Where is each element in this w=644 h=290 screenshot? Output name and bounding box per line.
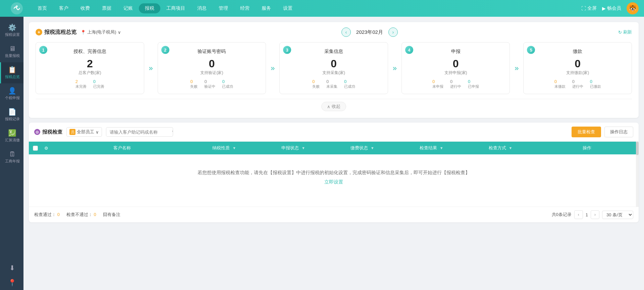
- search-input[interactable]: [106, 128, 169, 136]
- tax-record-icon: 📄: [8, 108, 16, 115]
- fullscreen-btn[interactable]: ⛶ 全屏: [581, 5, 597, 11]
- collapse-bar: ∧ 收起: [36, 99, 632, 111]
- scrollbar-thumb[interactable]: [636, 142, 639, 155]
- batch-tax-icon: 🖥: [9, 45, 16, 52]
- refresh-icon: ↻: [618, 30, 622, 35]
- step-4-fail[interactable]: 0 未申报: [432, 79, 443, 89]
- step-2-fail-label: 失败: [190, 84, 198, 89]
- content-area: + 报税流程总览 📍 上海(电子税局) ∨ ‹ 2023年02月 › ↻ 刷新: [23, 17, 644, 290]
- sidebar-label-batch-tax: 批量报税: [5, 53, 20, 58]
- step-3-fail[interactable]: 0 失败: [312, 79, 320, 89]
- overview-icon: 📋: [8, 66, 16, 73]
- step-2-success[interactable]: 0 已成功: [222, 79, 233, 89]
- pass-value[interactable]: 0: [57, 212, 60, 217]
- step-4-success[interactable]: 0 已申报: [468, 79, 479, 89]
- per-page-select[interactable]: 30 条/页50 条/页100 条/页: [602, 211, 633, 219]
- step-1-subtitle: 总客户数(家): [41, 70, 139, 76]
- step-1-fail-label: 未完善: [75, 84, 87, 89]
- nav-tax[interactable]: 报税: [139, 3, 160, 13]
- nav-invoice[interactable]: 票据: [96, 3, 117, 13]
- table-footer: 检查通过： 0 检查不通过： 0 囧有备注 共0条记录 ‹ 1 › 30 条/页…: [29, 207, 639, 222]
- employee-label: 全部员工: [77, 129, 94, 135]
- th-settings[interactable]: ⚙: [42, 142, 54, 154]
- nav-service[interactable]: 服务: [256, 3, 277, 13]
- prev-month-btn[interactable]: ‹: [341, 27, 351, 37]
- step-1-success[interactable]: 0 已完善: [93, 79, 104, 89]
- fail-label: 检查不通过：: [66, 212, 93, 217]
- annual-report-icon: 🗓: [9, 151, 16, 157]
- th-report-status[interactable]: 申报状态 ▼: [259, 142, 328, 154]
- nav-home[interactable]: 首页: [32, 3, 53, 13]
- nav-settings[interactable]: 设置: [277, 3, 299, 13]
- step-5-success[interactable]: 0 已缴款: [590, 79, 601, 89]
- sidebar-item-location[interactable]: 📍: [0, 275, 23, 290]
- fail-value[interactable]: 0: [94, 212, 96, 217]
- nav-fee[interactable]: 收费: [74, 3, 96, 13]
- collapse-btn[interactable]: ∧ 收起: [321, 102, 346, 111]
- nav-commerce[interactable]: 工商项目: [160, 3, 191, 13]
- step-3-mid-label: 未采集: [326, 84, 337, 89]
- nav-operation[interactable]: 经营: [234, 3, 256, 13]
- step-1-fail[interactable]: 2 未完善: [75, 79, 87, 89]
- user-avatar[interactable]: 🐯: [627, 2, 639, 14]
- next-month-btn[interactable]: ›: [388, 27, 398, 37]
- setup-link[interactable]: 立即设置: [324, 179, 343, 185]
- th-check-method[interactable]: 检查方式 ▼: [466, 142, 535, 154]
- vip-btn[interactable]: ▶ 畅会员: [602, 5, 621, 11]
- sidebar-item-tax-record[interactable]: 📄 报税记录: [0, 104, 23, 126]
- sidebar-item-annual-clear[interactable]: 💹 汇算清缴: [0, 126, 23, 147]
- sidebar-item-tax-settings[interactable]: ⚙️ 报税设置: [0, 20, 23, 41]
- refresh-btn[interactable]: ↻ 刷新: [618, 29, 632, 35]
- main-layout: ⚙️ 报税设置 🖥 批量报税 📋 报税总览 👤 个税申报 📄 报税记录 💹 汇算…: [0, 17, 644, 290]
- step-2-mid[interactable]: 0 验证中: [204, 79, 215, 89]
- step-5-fail[interactable]: 0 未缴款: [554, 79, 566, 89]
- operation-log-button[interactable]: 操作日志: [604, 127, 633, 137]
- batch-check-button[interactable]: 批量检查: [572, 127, 601, 137]
- settings-icon: ⚙: [44, 146, 48, 151]
- step-1-success-value: 0: [93, 79, 104, 84]
- collapse-icon: ∧: [327, 104, 330, 109]
- location-tag[interactable]: 📍 上海(电子税局) ∨: [80, 29, 121, 35]
- step-2-fail-value: 0: [190, 79, 198, 84]
- personal-icon: 👤: [8, 87, 16, 94]
- th-tax-type[interactable]: 纳税性质 ▼: [190, 142, 259, 154]
- step-3-success[interactable]: 0 已成功: [344, 79, 355, 89]
- nav-client[interactable]: 客户: [53, 3, 74, 13]
- logo[interactable]: [5, 2, 28, 14]
- search-button[interactable]: 🔍: [169, 128, 173, 136]
- employee-icon: 员: [69, 129, 75, 135]
- step-2-fail[interactable]: 0 失败: [190, 79, 198, 89]
- step-5-mid[interactable]: 0 进行中: [572, 79, 583, 89]
- nav-right: ⛶ 全屏 ▶ 畅会员 🐯: [581, 2, 639, 14]
- filter-tax-icon: ▼: [232, 146, 236, 150]
- nav-bookkeeping[interactable]: 记账: [117, 3, 139, 13]
- fail-stat: 检查不通过： 0: [66, 212, 96, 218]
- nav-manage[interactable]: 管理: [213, 3, 234, 13]
- sidebar-item-annual-report[interactable]: 🗓 工商年报: [0, 147, 23, 168]
- sidebar-item-overview[interactable]: 📋 报税总览: [0, 62, 23, 83]
- step-5-fail-label: 未缴款: [554, 84, 566, 89]
- step-3-subtitle: 支持采集(家): [285, 70, 382, 76]
- prev-page-btn[interactable]: ‹: [574, 210, 583, 219]
- step-4-mid[interactable]: 0 进行中: [450, 79, 461, 89]
- filter-method-icon: ▼: [509, 146, 513, 150]
- step-4-mid-label: 进行中: [450, 84, 461, 89]
- arrow-3: »: [388, 42, 401, 94]
- employee-select[interactable]: 员 全部员工 ∨: [66, 127, 102, 137]
- select-all-checkbox[interactable]: [33, 146, 38, 151]
- sidebar-item-batch-tax[interactable]: 🖥 批量报税: [0, 41, 23, 62]
- scrollbar-track[interactable]: [636, 142, 639, 207]
- step-5-success-value: 0: [590, 79, 601, 84]
- th-pay-status[interactable]: 缴费状态 ▼: [328, 142, 397, 154]
- nav-message[interactable]: 消息: [191, 3, 213, 13]
- next-page-btn[interactable]: ›: [591, 210, 599, 219]
- step-3-mid[interactable]: 0 未采集: [326, 79, 337, 89]
- step-5-subtitle: 支持缴款(家): [529, 70, 626, 76]
- th-check-result[interactable]: 检查结果 ▼: [397, 142, 466, 154]
- chevron-down-icon: ∨: [96, 130, 99, 135]
- th-checkbox[interactable]: [29, 142, 42, 154]
- sidebar-item-download[interactable]: ⬇: [0, 261, 23, 275]
- location-text: 上海(电子税局): [87, 29, 116, 35]
- sidebar-item-personal[interactable]: 👤 个税申报: [0, 83, 23, 104]
- fullscreen-icon: ⛶: [581, 6, 586, 11]
